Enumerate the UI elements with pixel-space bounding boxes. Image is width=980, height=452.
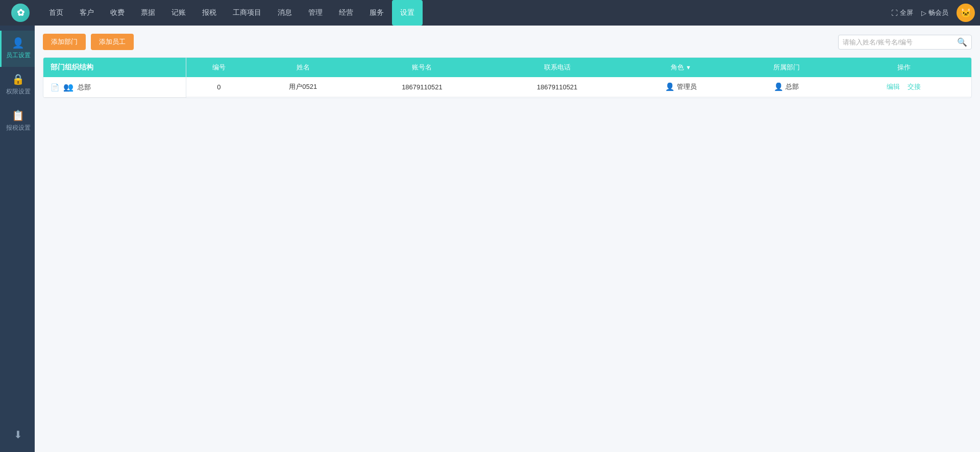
nav-item-tax[interactable]: 报税 [194, 0, 225, 26]
lock-icon: 🔒 [12, 74, 24, 84]
nav-menu: 首页 客户 收费 票据 记账 报税 工商项目 消息 管理 经营 服务 设置 [41, 0, 891, 26]
dept-item-name: 总部 [78, 83, 91, 92]
nav-item-invoice[interactable]: 票据 [133, 0, 163, 26]
table-body: 0 用户0521 18679110521 18679110521 👤 管理员 [186, 77, 971, 97]
employee-table: 编号 姓名 账号名 联系电话 角色 ▼ 所属部门 操作 [186, 58, 971, 97]
play-icon: ▷ [921, 9, 926, 17]
table-row: 0 用户0521 18679110521 18679110521 👤 管理员 [186, 77, 971, 97]
search-icon: 🔍 [957, 37, 967, 47]
col-header-account: 账号名 [355, 58, 490, 77]
fullscreen-button[interactable]: ⛶ 全屏 [891, 8, 913, 17]
cell-actions: 编辑 交接 [836, 77, 971, 97]
sidebar-item-employee-label: 员工设置 [6, 51, 31, 60]
role-filter-icon[interactable]: ▼ [685, 64, 691, 70]
tax-icon: 📋 [12, 110, 24, 121]
search-input[interactable] [843, 38, 955, 46]
sidebar-item-download[interactable]: ⬇ [0, 422, 35, 447]
col-header-name: 姓名 [252, 58, 355, 77]
cell-phone: 18679110521 [489, 77, 625, 97]
role-name: 管理员 [677, 82, 697, 91]
cell-account: 18679110521 [355, 77, 490, 97]
sidebar-item-permission[interactable]: 🔒 权限设置 [0, 67, 35, 103]
top-navigation: ✿ 首页 客户 收费 票据 记账 报税 工商项目 消息 管理 经营 服务 设置 … [0, 0, 980, 26]
role-person-icon: 👤 [665, 82, 675, 91]
toolbar: 添加部门 添加员工 🔍 [43, 34, 972, 50]
content-area: 部门组织结构 📄 👥 总部 编号 姓名 账号名 联系电话 [43, 57, 972, 98]
nav-item-settings[interactable]: 设置 [392, 0, 423, 26]
sidebar-item-permission-label: 权限设置 [6, 87, 31, 96]
role-badge: 👤 管理员 [665, 82, 697, 91]
transfer-link[interactable]: 交接 [908, 83, 921, 90]
dept-badge: 👤 总部 [774, 82, 799, 91]
toolbar-left: 添加部门 添加员工 [43, 34, 134, 50]
dept-item-root[interactable]: 📄 👥 总部 [43, 77, 186, 98]
col-header-role[interactable]: 角色 ▼ [625, 58, 737, 77]
sidebar-item-tax-settings[interactable]: 📋 报税设置 [0, 103, 35, 139]
cell-dept: 👤 总部 [737, 77, 836, 97]
employee-icon: 👤 [12, 38, 24, 48]
dept-panel-header: 部门组织结构 [43, 58, 186, 77]
nav-item-operation[interactable]: 经营 [331, 0, 361, 26]
table-header: 编号 姓名 账号名 联系电话 角色 ▼ 所属部门 操作 [186, 58, 971, 77]
member-label: 畅会员 [928, 8, 948, 17]
col-header-id: 编号 [186, 58, 252, 77]
fullscreen-icon: ⛶ [891, 9, 898, 17]
nav-item-manage[interactable]: 管理 [300, 0, 331, 26]
sidebar-bottom: ⬇ [0, 422, 35, 452]
dept-file-icon: 📄 [51, 83, 59, 91]
nav-item-client[interactable]: 客户 [71, 0, 102, 26]
nav-item-bookkeeping[interactable]: 记账 [163, 0, 194, 26]
nav-item-message[interactable]: 消息 [270, 0, 300, 26]
edit-link[interactable]: 编辑 [887, 83, 900, 90]
dept-name: 总部 [786, 82, 799, 91]
member-button[interactable]: ▷ 畅会员 [921, 8, 948, 17]
user-avatar[interactable]: 🐱 [957, 4, 975, 22]
col-header-phone: 联系电话 [489, 58, 625, 77]
search-button[interactable]: 🔍 [957, 37, 967, 47]
fullscreen-label: 全屏 [900, 8, 913, 17]
nav-item-home[interactable]: 首页 [41, 0, 71, 26]
dept-person-badge-icon: 👤 [774, 82, 783, 91]
nav-right-area: ⛶ 全屏 ▷ 畅会员 🐱 [891, 4, 975, 22]
main-content: 添加部门 添加员工 🔍 部门组织结构 📄 👥 总部 [35, 26, 980, 452]
cell-id: 0 [186, 77, 252, 97]
search-box: 🔍 [838, 35, 972, 50]
add-dept-button[interactable]: 添加部门 [43, 34, 86, 50]
col-header-dept: 所属部门 [737, 58, 836, 77]
col-header-action: 操作 [836, 58, 971, 77]
sidebar-item-employee[interactable]: 👤 员工设置 [0, 31, 35, 67]
cell-name: 用户0521 [252, 77, 355, 97]
cell-role: 👤 管理员 [625, 77, 737, 97]
app-logo: ✿ [5, 4, 36, 22]
dept-panel: 部门组织结构 📄 👥 总部 [43, 58, 186, 98]
sidebar: 👤 员工设置 🔒 权限设置 📋 报税设置 ⬇ [0, 26, 35, 452]
logo-icon: ✿ [11, 4, 30, 22]
table-panel: 编号 姓名 账号名 联系电话 角色 ▼ 所属部门 操作 [186, 58, 971, 98]
dept-person-icon: 👥 [63, 82, 74, 92]
sidebar-item-tax-label: 报税设置 [6, 124, 31, 132]
download-icon: ⬇ [14, 430, 22, 440]
add-employee-button[interactable]: 添加员工 [91, 34, 134, 50]
nav-item-business[interactable]: 工商项目 [225, 0, 270, 26]
main-layout: 👤 员工设置 🔒 权限设置 📋 报税设置 ⬇ 添加部门 添加员工 [0, 26, 980, 452]
nav-item-service[interactable]: 服务 [361, 0, 392, 26]
nav-item-fee[interactable]: 收费 [102, 0, 133, 26]
